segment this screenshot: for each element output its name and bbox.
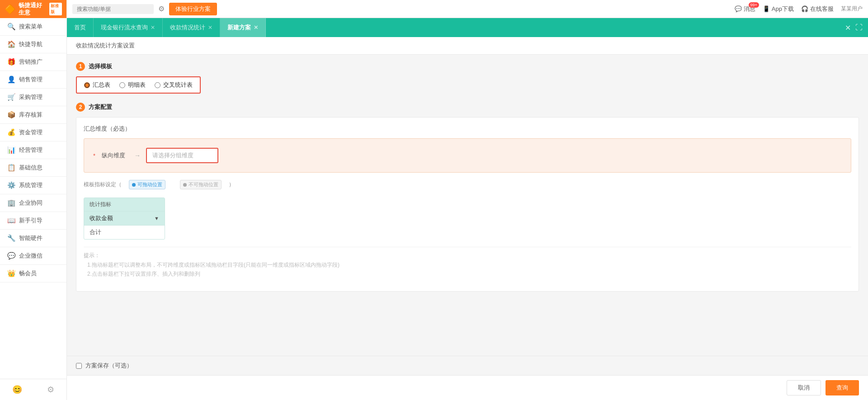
sidebar-item-system[interactable]: ⚙️ 系统管理 [0, 177, 66, 194]
topbar: ⚙ 体验行业方案 💬 消息 99+ 📱 App下载 🎧 在线客服 某某用户 [67, 0, 868, 18]
sidebar-item-inventory[interactable]: 📦 库存核算 [0, 106, 66, 124]
crown-icon: 👑 [7, 269, 15, 278]
step1-title: 选择模板 [89, 62, 112, 71]
step1-num: 1 [76, 62, 85, 71]
tabbar: 首页 现金银行流水查询 ✕ 收款情况统计 ✕ 新建方案 ✕ ✕ ⛶ [67, 18, 868, 37]
sidebar-item-operations[interactable]: 📊 经营管理 [0, 141, 66, 159]
search-input[interactable] [72, 4, 154, 14]
vertical-dimension-label: 纵向维度 [102, 151, 129, 160]
footer: 取消 查询 [67, 375, 868, 400]
content-area: 收款情况统计方案设置 1 选择模板 汇总表 明细表 [67, 37, 868, 375]
step2-title: 方案配置 [89, 103, 112, 111]
sidebar-item-sales[interactable]: 👤 销售管理 [0, 71, 66, 89]
tab-bank-flow-close-icon[interactable]: ✕ [151, 24, 155, 31]
radio-summary[interactable]: 汇总表 [84, 81, 110, 89]
indicator-row-total: 合计 [84, 226, 165, 239]
tabbar-close-icon[interactable]: ✕ [845, 24, 851, 32]
box-icon: 📦 [7, 111, 15, 119]
message-count: 99+ [749, 2, 759, 8]
sidebar-label-guide: 新手引导 [19, 216, 42, 225]
tip-item-2: 2.点击标题栏下拉可设置排序、插入列和删除列 [84, 270, 851, 278]
indicator-stat-header: 统计指标 [84, 198, 165, 212]
indicator-section: 模板指标设定（ 可拖动位置 不可拖动位置 ） [84, 180, 851, 240]
page-header-title: 收款情况统计方案设置 [76, 42, 135, 49]
user-icon: 👤 [7, 75, 15, 84]
indicator-table: 统计指标 收款金额 ▼ 合计 [84, 198, 165, 240]
main-area: ⚙ 体验行业方案 💬 消息 99+ 📱 App下载 🎧 在线客服 某某用户 首页… [67, 0, 868, 400]
user-name: 某某用户 [841, 5, 863, 13]
sidebar-item-finance[interactable]: 💰 资金管理 [0, 124, 66, 141]
step1-header: 1 选择模板 [76, 62, 859, 71]
step2-num: 2 [76, 103, 85, 112]
radio-summary-input[interactable] [84, 82, 90, 88]
indicator-label-end: ） [229, 181, 234, 188]
service-icon: 🎧 [801, 5, 808, 12]
save-option-area: 方案保存（可选） [67, 356, 868, 375]
sidebar-label-search-menu: 搜索菜单 [19, 23, 42, 31]
tab-new-plan-close-icon[interactable]: ✕ [254, 24, 258, 31]
tabbar-actions: ✕ ⛶ [840, 18, 868, 37]
tab-bank-flow[interactable]: 现金银行流水查询 ✕ [94, 18, 163, 37]
app-logo: 🔶 畅捷通好生意 标准版 [0, 0, 66, 18]
industry-plan-button[interactable]: 体验行业方案 [169, 3, 217, 15]
message-badge[interactable]: 💬 消息 99+ [735, 5, 755, 13]
tab-new-plan[interactable]: 新建方案 ✕ [220, 18, 266, 37]
settings-icon[interactable]: ⚙ [158, 5, 165, 13]
tabbar-expand-icon[interactable]: ⛶ [855, 24, 863, 32]
topbar-right: 💬 消息 99+ 📱 App下载 🎧 在线客服 某某用户 [735, 5, 863, 13]
step2-header: 2 方案配置 [76, 103, 859, 112]
tab-receipt-stats[interactable]: 收款情况统计 ✕ [163, 18, 220, 37]
cancel-button[interactable]: 取消 [787, 380, 821, 395]
search-icon: 🔍 [7, 23, 15, 31]
sidebar-item-search-menu[interactable]: 🔍 搜索菜单 [0, 18, 66, 36]
indicator-column-header[interactable]: 收款金额 ▼ [84, 212, 165, 226]
radio-cross-input[interactable] [155, 82, 160, 88]
sidebar-item-guide[interactable]: 📖 新手引导 [0, 212, 66, 230]
sidebar-label-sales: 销售管理 [19, 75, 42, 84]
radio-summary-label: 汇总表 [93, 81, 110, 89]
draggable-no-dot [183, 183, 187, 187]
radio-detail[interactable]: 明细表 [119, 81, 146, 89]
radio-cross[interactable]: 交叉统计表 [155, 81, 193, 89]
sidebar-item-marketing[interactable]: 🎁 营销推广 [0, 53, 66, 71]
sidebar-item-hardware[interactable]: 🔧 智能硬件 [0, 230, 66, 247]
tab-receipt-stats-label: 收款情况统计 [170, 24, 205, 32]
tips-area: 提示： 1.拖动标题栏可以调整布局，不可跨维度或指标区域拖动栏目字段(只能在同一… [84, 247, 851, 284]
sidebar-item-member[interactable]: 👑 畅会员 [0, 265, 66, 282]
tab-bank-flow-label: 现金银行流水查询 [101, 24, 148, 32]
arrow-icon: → [134, 152, 141, 159]
draggable-no-tag: 不可拖动位置 [180, 180, 222, 189]
sidebar-label-system: 系统管理 [19, 181, 42, 189]
dimension-select[interactable]: 请选择分组维度 [146, 148, 218, 163]
book-icon: 📖 [7, 216, 15, 225]
sidebar-item-basic-info[interactable]: 📋 基础信息 [0, 159, 66, 177]
sidebar-item-enterprise[interactable]: 🏢 企业协同 [0, 194, 66, 212]
sidebar-label-basic-info: 基础信息 [19, 164, 42, 172]
radio-detail-input[interactable] [119, 82, 125, 88]
draggable-yes-dot [132, 183, 136, 187]
tab-home[interactable]: 首页 [67, 18, 94, 37]
service-badge[interactable]: 🎧 在线客服 [801, 5, 834, 13]
indicator-stat-label: 统计指标 [90, 201, 111, 207]
clipboard-icon: 📋 [7, 164, 15, 172]
sidebar-label-enterprise: 企业协同 [19, 199, 42, 207]
chart-icon: 📊 [7, 146, 15, 154]
sidebar-item-quick-nav[interactable]: 🏠 快捷导航 [0, 36, 66, 53]
template-selection-box: 汇总表 明细表 交叉统计表 [76, 76, 201, 94]
home-icon: 🏠 [7, 40, 15, 48]
step1-section: 1 选择模板 汇总表 明细表 交叉统计表 [76, 62, 859, 94]
save-option-label: 方案保存（可选） [85, 362, 132, 370]
indicator-column-label: 收款金额 [90, 214, 113, 222]
save-checkbox[interactable] [76, 363, 82, 369]
sidebar-item-wechat[interactable]: 💬 企业微信 [0, 247, 66, 265]
sidebar-bottom-icon-left[interactable]: 😊 [10, 383, 24, 396]
sidebar-item-purchase[interactable]: 🛒 采购管理 [0, 89, 66, 106]
sidebar-bottom-icon-right[interactable]: ⚙ [45, 383, 56, 396]
tab-receipt-stats-close-icon[interactable]: ✕ [208, 24, 212, 31]
wrench-icon: 🔧 [7, 234, 15, 242]
query-button[interactable]: 查询 [826, 380, 859, 395]
building-icon: 🏢 [7, 199, 15, 207]
logo-icon: 🔶 [5, 4, 16, 14]
download-badge[interactable]: 📱 App下载 [763, 5, 794, 13]
gift-icon: 🎁 [7, 58, 15, 66]
